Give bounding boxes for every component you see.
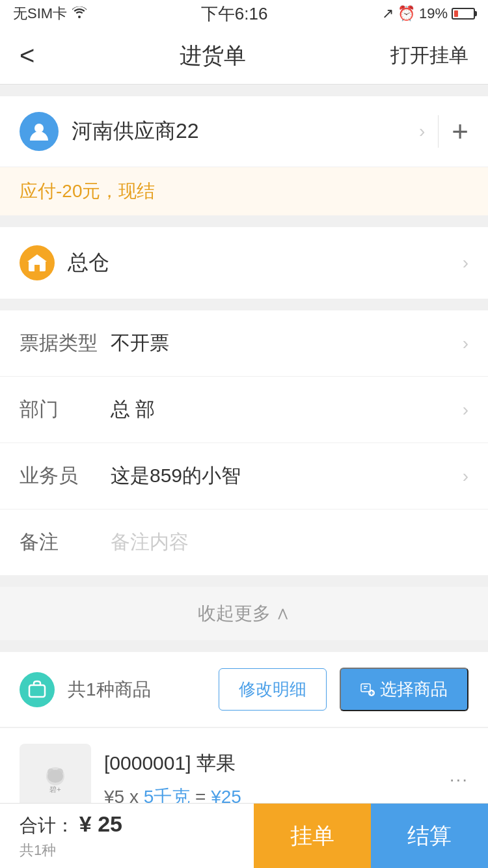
- select-product-label: 选择商品: [380, 678, 448, 701]
- svg-rect-5: [361, 684, 370, 692]
- staff-row[interactable]: 业务员 这是859的小智 ›: [0, 443, 488, 509]
- total-section: 合计： ¥ 25 共1种: [0, 804, 254, 868]
- total-label: 合计：: [20, 815, 74, 835]
- product-title: 苹果: [197, 752, 236, 774]
- supplier-divider: [438, 115, 439, 148]
- svg-marker-2: [27, 254, 47, 262]
- svg-rect-4: [29, 685, 45, 697]
- remark-label: 备注: [20, 529, 111, 556]
- product-count-icon: [20, 672, 55, 707]
- total-count: 共1种: [20, 841, 234, 860]
- total-row: 合计： ¥ 25: [20, 811, 234, 838]
- location-icon: ↗: [382, 5, 394, 22]
- supplier-section: 河南供应商22 › + 应付-20元，现结: [0, 96, 488, 215]
- form-section: 票据类型 不开票 › 部门 总 部 › 业务员 这是859的小智 › 备注 备注…: [0, 310, 488, 575]
- status-right: ↗ ⏰ 19%: [382, 5, 475, 22]
- dept-row[interactable]: 部门 总 部 ›: [0, 377, 488, 443]
- main-content: 河南供应商22 › + 应付-20元，现结 总仓 › 票据类型 不开票: [0, 96, 488, 868]
- product-id: [0000001]: [104, 752, 191, 774]
- page-title: 进货单: [180, 41, 246, 71]
- hang-button[interactable]: 挂单: [254, 804, 371, 868]
- warehouse-label: 总仓: [68, 249, 463, 277]
- svg-rect-3: [34, 265, 40, 271]
- status-time: 下午6:16: [201, 3, 268, 25]
- invoice-value: 不开票: [111, 330, 463, 357]
- notice-text: 应付-20元，现结: [20, 181, 155, 201]
- product-count-text: 共1种商品: [68, 677, 206, 702]
- svg-point-10: [47, 770, 63, 783]
- supplier-row[interactable]: 河南供应商22 › +: [0, 96, 488, 167]
- staff-label: 业务员: [20, 463, 111, 489]
- invoice-chevron: ›: [463, 333, 468, 354]
- battery-percent: 19%: [419, 5, 448, 22]
- alarm-icon: ⏰: [398, 5, 415, 22]
- invoice-row[interactable]: 票据类型 不开票 ›: [0, 310, 488, 377]
- warehouse-section: 总仓 ›: [0, 227, 488, 299]
- status-bar: 无SIM卡 下午6:16 ↗ ⏰ 19%: [0, 0, 488, 27]
- supplier-chevron: ›: [419, 121, 425, 142]
- product-header: 共1种商品 修改明细 选择商品: [0, 652, 488, 727]
- warehouse-chevron: ›: [463, 252, 468, 273]
- svg-point-0: [34, 124, 44, 133]
- dept-label: 部门: [20, 396, 111, 423]
- invoice-label: 票据类型: [20, 330, 111, 357]
- open-pending-button[interactable]: 打开挂单: [390, 42, 468, 69]
- battery-icon: [452, 8, 475, 20]
- checkout-button[interactable]: 结算: [371, 804, 488, 868]
- supplier-name: 河南供应商22: [72, 117, 419, 146]
- bottom-bar: 合计： ¥ 25 共1种 挂单 结算: [0, 803, 488, 868]
- product-more-button[interactable]: ···: [450, 769, 468, 790]
- total-amount: ¥ 25: [79, 811, 122, 836]
- status-left: 无SIM卡: [13, 4, 87, 23]
- dept-chevron: ›: [463, 400, 468, 420]
- warehouse-icon: [20, 245, 55, 280]
- select-product-button[interactable]: 选择商品: [340, 668, 468, 711]
- collapse-button[interactable]: 收起更多 ∧: [0, 587, 488, 640]
- collapse-text: 收起更多 ∧: [198, 603, 291, 623]
- carrier-text: 无SIM卡: [13, 4, 67, 23]
- add-supplier-button[interactable]: +: [452, 117, 468, 146]
- nav-bar: < 进货单 打开挂单: [0, 27, 488, 85]
- product-name: [0000001] 苹果: [104, 750, 437, 777]
- remark-input[interactable]: 备注内容: [111, 529, 468, 556]
- dept-value: 总 部: [111, 396, 463, 423]
- back-button[interactable]: <: [20, 41, 34, 70]
- edit-detail-button[interactable]: 修改明细: [219, 668, 327, 711]
- staff-value: 这是859的小智: [111, 463, 463, 489]
- warehouse-row[interactable]: 总仓 ›: [0, 227, 488, 299]
- wifi-icon: [72, 5, 87, 22]
- svg-text:碧+: 碧+: [49, 785, 61, 793]
- product-info: [0000001] 苹果 ¥5 x 5千克 = ¥25: [104, 750, 437, 809]
- notice-bar: 应付-20元，现结: [0, 167, 488, 215]
- remark-row[interactable]: 备注 备注内容: [0, 509, 488, 575]
- supplier-avatar: [20, 112, 59, 151]
- staff-chevron: ›: [463, 466, 468, 487]
